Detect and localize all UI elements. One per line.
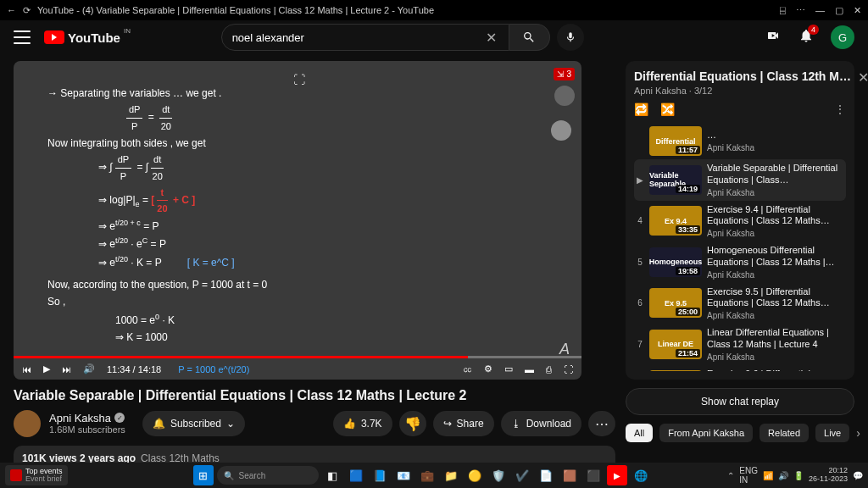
filter-chip[interactable]: From Apni Kaksha [659, 424, 753, 442]
miniplayer-toggle-icon[interactable]: ▭ [504, 363, 513, 374]
captions-icon[interactable]: ㏄ [463, 363, 472, 375]
taskbar-search[interactable]: 🔍Search [217, 466, 319, 485]
verified-icon: ✓ [114, 413, 125, 423]
miniplayer-icon[interactable]: ⛶ [293, 73, 305, 86]
video-content: → Separating the variables … we get . dP… [14, 61, 581, 380]
playlist-item[interactable]: 7 Linear DE21:54 Linear Differential Equ… [634, 324, 846, 365]
video-player[interactable]: → Separating the variables … we get . dP… [14, 61, 581, 380]
like-button[interactable]: 👍3.7K [333, 411, 392, 436]
notifications-icon[interactable]: 4 [798, 28, 814, 47]
browser-titlebar: ← ⟳ YouTube - (4) Variable Separable | D… [0, 0, 868, 20]
wifi-icon[interactable]: 📶 [763, 471, 773, 480]
video-title: Variable Separable | Differential Equati… [14, 388, 615, 403]
play-icon[interactable]: ▶ [43, 363, 50, 374]
playlist-thumbnail: Variable Separable14:19 [649, 165, 702, 195]
language-indicator[interactable]: ENGIN [739, 466, 758, 485]
playlist-list[interactable]: Differential11:57 …Apni Kaksha▶ Variable… [634, 123, 846, 371]
filter-chip[interactable]: All [626, 424, 653, 442]
pip-badge[interactable]: ⇲ 3 [554, 68, 575, 80]
playlist-thumbnail: Differential11:57 [649, 126, 702, 156]
volume-tray-icon[interactable]: 🔊 [778, 471, 788, 480]
create-icon[interactable] [765, 29, 782, 46]
widgets-button[interactable]: Top eventsEvent brief [5, 465, 68, 485]
taskbar-app[interactable]: 📘 [370, 465, 390, 485]
hamburger-icon[interactable] [14, 30, 31, 44]
fullscreen-icon[interactable]: ⛶ [564, 364, 573, 374]
chapter-label[interactable]: P = 1000 e^(t/20) [178, 364, 249, 374]
loop-icon[interactable]: 🔁 [634, 103, 648, 116]
cast-player-icon[interactable]: ⎙ [546, 364, 552, 374]
filter-chip[interactable]: Live [815, 424, 849, 442]
dislike-button[interactable]: 👎 [399, 411, 426, 436]
bell-icon: 🔔 [153, 418, 165, 430]
playlist-meta: Apni Kaksha · 3/12 [634, 86, 851, 96]
more-actions-button[interactable]: ⋯ [588, 411, 615, 436]
taskbar-app[interactable]: 📁 [441, 465, 461, 485]
playlist-item[interactable]: 4 Ex 9.433:35 Exercise 9.4 | Differentia… [634, 201, 846, 242]
chips-next-icon[interactable]: › [856, 426, 860, 440]
playlist-item[interactable]: ▶ Variable Separable14:19 Variable Separ… [634, 159, 846, 201]
close-playlist-icon[interactable]: ✕ [858, 69, 868, 86]
channel-name[interactable]: Apni Kaksha✓ [49, 412, 125, 425]
taskbar-app[interactable]: 📄 [536, 465, 556, 485]
taskbar-app[interactable]: 📧 [393, 465, 414, 485]
taskbar-app[interactable]: 🛡️ [488, 465, 509, 485]
playlist-item[interactable]: 6 Ex 9.525:00 Exercise 9.5 | Differentia… [634, 283, 846, 324]
ambient-share-icon[interactable] [554, 86, 575, 106]
task-view-icon[interactable]: ◧ [322, 465, 342, 485]
taskbar-youtube[interactable]: ▶ [607, 465, 627, 485]
tray-chevron-icon[interactable]: ⌃ [727, 471, 734, 480]
taskbar-app[interactable]: 🟡 [465, 465, 485, 485]
shuffle-icon[interactable]: 🔀 [660, 103, 675, 116]
settings-gear-icon[interactable]: ⚙ [484, 363, 492, 374]
thumbs-up-icon: 👍 [343, 418, 356, 430]
download-button[interactable]: ⭳Download [501, 411, 581, 436]
share-button[interactable]: ↪Share [433, 411, 494, 436]
clear-search-icon[interactable]: ✕ [486, 30, 503, 46]
taskbar-app[interactable]: ⬛ [583, 465, 604, 485]
previous-icon[interactable]: ⏮ [22, 364, 31, 374]
windows-taskbar: Top eventsEvent brief ⊞ 🔍Search ◧ 🟦 📘 📧 … [0, 463, 868, 488]
filter-chip[interactable]: Related [760, 424, 809, 442]
notification-badge: 4 [808, 25, 819, 35]
theater-icon[interactable]: ▬ [525, 364, 534, 374]
taskbar-app[interactable]: 💼 [417, 465, 437, 485]
search-button[interactable] [509, 24, 550, 51]
clock[interactable]: 20:1226-11-2023 [809, 467, 848, 484]
back-icon[interactable]: ← [7, 5, 16, 15]
playlist-menu-icon[interactable]: ⋮ [834, 103, 846, 116]
playlist-item[interactable]: 5 Homogeneous19:58 Homogeneous Different… [634, 241, 846, 283]
voice-search-icon[interactable] [557, 24, 584, 51]
maximize-icon[interactable]: ▢ [835, 5, 843, 16]
more-icon[interactable]: ⋯ [796, 5, 805, 16]
search-input[interactable] [221, 24, 509, 51]
minimize-icon[interactable]: — [815, 5, 825, 15]
playlist-thumbnail: Linear DE21:54 [649, 330, 702, 359]
search-icon: 🔍 [224, 471, 234, 480]
taskbar-app[interactable]: 🟫 [559, 465, 580, 485]
share-icon: ↪ [443, 418, 452, 430]
close-window-icon[interactable]: ✕ [854, 5, 861, 16]
subscribed-button[interactable]: 🔔 Subscribed ⌄ [142, 411, 245, 436]
drag-handle-icon[interactable] [551, 120, 571, 141]
notifications-tray-icon[interactable]: 💬 [853, 471, 863, 480]
next-icon[interactable]: ⏭ [62, 364, 71, 374]
playlist-title[interactable]: Differential Equations | Class 12th M… [634, 69, 851, 83]
taskbar-app[interactable]: ✔️ [512, 465, 532, 485]
user-avatar[interactable]: G [831, 25, 854, 49]
playlist-item[interactable]: Differential11:57 …Apni Kaksha [634, 123, 846, 159]
taskbar-chrome[interactable]: 🌐 [631, 465, 651, 485]
taskbar-app[interactable]: 🟦 [346, 465, 366, 485]
youtube-logo[interactable]: YouTube IN [44, 30, 131, 45]
start-button[interactable]: ⊞ [193, 465, 214, 485]
battery-icon[interactable]: 🔋 [793, 471, 804, 480]
thumbs-down-icon: 👎 [404, 416, 421, 432]
playlist-item[interactable]: 8 Ex 9.625:19 Exercise 9.6 | Differentia… [634, 365, 846, 372]
filter-chips: AllFrom Apni KakshaRelatedLive › [626, 424, 854, 442]
volume-icon[interactable]: 🔊 [83, 363, 95, 374]
channel-avatar[interactable] [14, 410, 41, 437]
refresh-icon[interactable]: ⟳ [23, 5, 31, 16]
chevron-down-icon: ⌄ [226, 418, 235, 430]
cast-icon[interactable]: ⌸ [780, 5, 786, 15]
show-chat-button[interactable]: Show chat replay [626, 388, 854, 415]
